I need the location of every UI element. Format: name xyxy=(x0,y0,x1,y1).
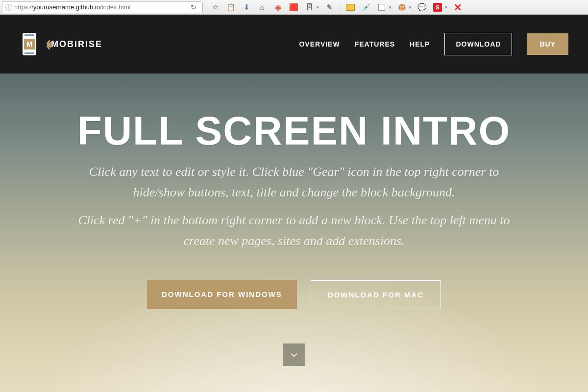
site-navbar: M MOBIRISE OVERVIEW FEATURES HELP DOWNLO… xyxy=(0,15,588,74)
logo-mark-icon: M xyxy=(20,32,39,56)
duckduckgo-icon[interactable]: ◉ xyxy=(272,2,283,13)
nav-link-features[interactable]: FEATURES xyxy=(355,40,395,48)
url-domain: yourusername.github.io xyxy=(33,3,100,11)
eyedropper-icon[interactable]: 💉 xyxy=(361,2,371,13)
ruler-icon[interactable] xyxy=(345,2,356,13)
clipboard-icon[interactable]: 📋 xyxy=(225,2,236,13)
dropdown-icon[interactable]: ▾ xyxy=(317,5,319,10)
url-scheme: https:// xyxy=(14,3,33,11)
scroll-down-button[interactable] xyxy=(283,343,305,366)
brand-name: MOBIRISE xyxy=(51,39,102,49)
download-button[interactable]: DOWNLOAD xyxy=(444,33,512,55)
colors-icon[interactable]: 🟥 xyxy=(288,2,299,13)
x-icon[interactable]: ✕ xyxy=(452,2,463,13)
home-icon[interactable]: ⌂ xyxy=(257,2,268,13)
chat-icon[interactable]: 💬 xyxy=(416,2,427,13)
browser-extensions: ☆ 📋 ⬇ ⌂ ◉ 🟥 🗄 ▾ ✎ 💉 ▾ 🐵 ▾ 💬 S ▾ ✕ xyxy=(205,2,586,13)
brand-logo[interactable]: M MOBIRISE xyxy=(20,32,102,56)
reload-icon[interactable]: ↻ xyxy=(187,1,199,13)
monkey-icon[interactable]: 🐵 xyxy=(396,2,407,13)
download-arrow-icon[interactable]: ⬇ xyxy=(241,2,252,13)
blank-icon[interactable] xyxy=(376,2,387,13)
hero-subtitle-2[interactable]: Click red "+" in the bottom right corner… xyxy=(64,210,524,251)
hero-title[interactable]: FULL SCREEN INTRO xyxy=(77,108,511,154)
hero-section: FULL SCREEN INTRO Click any text to edit… xyxy=(0,74,588,392)
s-badge-icon[interactable]: S xyxy=(432,2,443,13)
url-path: /index.html xyxy=(100,3,131,11)
nav-link-overview[interactable]: OVERVIEW xyxy=(299,40,340,48)
star-icon[interactable]: ☆ xyxy=(210,2,220,13)
dropdown-icon[interactable]: ▾ xyxy=(389,5,392,10)
dropdown-icon[interactable]: ▾ xyxy=(409,5,412,10)
dropdown-icon[interactable]: ▾ xyxy=(445,5,447,10)
download-mac-button[interactable]: DOWNLOAD FOR MAC xyxy=(311,280,441,309)
info-icon[interactable]: i xyxy=(5,4,12,11)
hero-subtitle-1[interactable]: Click any text to edit or style it. Clic… xyxy=(64,162,524,202)
hero-buttons: DOWNLOAD FOR WINDOWS DOWNLOAD FOR MAC xyxy=(147,280,441,309)
chevron-down-icon xyxy=(289,350,299,360)
url-text: https://yourusername.github.io/index.htm… xyxy=(14,3,185,11)
nav-link-help[interactable]: HELP xyxy=(410,40,430,48)
buy-button[interactable]: BUY xyxy=(527,33,568,55)
url-bar[interactable]: i https://yourusername.github.io/index.h… xyxy=(2,1,203,13)
separator xyxy=(340,2,340,12)
archive-icon[interactable]: 🗄 xyxy=(304,2,315,13)
pencil-icon[interactable]: ✎ xyxy=(324,2,335,13)
download-windows-button[interactable]: DOWNLOAD FOR WINDOWS xyxy=(147,280,297,309)
browser-toolbar: i https://yourusername.github.io/index.h… xyxy=(0,0,588,15)
